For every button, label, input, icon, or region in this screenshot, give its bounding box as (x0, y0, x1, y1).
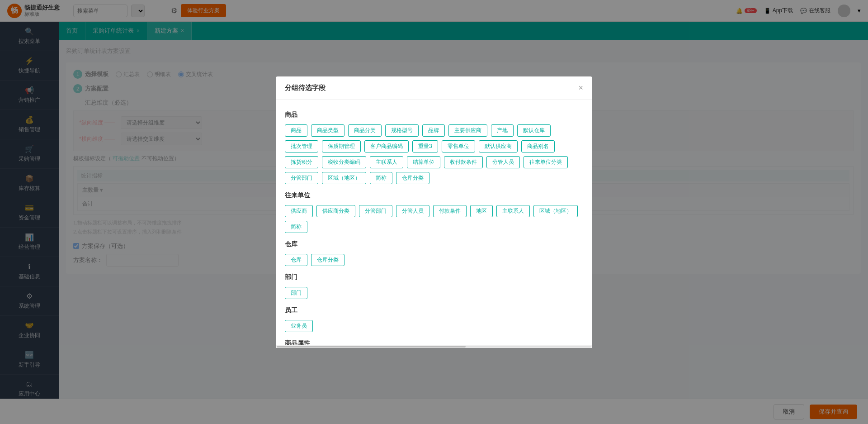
field-chip[interactable]: 仓库分类 (311, 254, 344, 266)
field-chip[interactable]: 商品 (285, 124, 307, 137)
field-chip[interactable]: 分管部门 (285, 172, 318, 184)
field-chip[interactable]: 付款条件 (433, 205, 467, 217)
field-chip[interactable]: 分管部门 (359, 205, 392, 217)
field-grid-product: 商品 商品类型 商品分类 规格型号 品牌 主要供应商 产地 默认仓库 批次管理 … (285, 124, 583, 184)
section-title-counterpart: 往来单位 (285, 191, 583, 200)
field-chip[interactable]: 零售单位 (442, 140, 475, 152)
section-title-warehouse: 仓库 (285, 240, 583, 248)
field-select-modal: 分组待选字段 × 商品 商品 商品类型 商品分类 规格型号 品牌 主要供应商 产… (276, 76, 592, 348)
modal-title: 分组待选字段 (285, 84, 326, 92)
field-grid-staff: 业务员 (285, 320, 583, 332)
field-grid-dept: 部门 (285, 287, 583, 299)
field-chip[interactable]: 分管人员 (486, 156, 520, 168)
modal-body[interactable]: 商品 商品 商品类型 商品分类 规格型号 品牌 主要供应商 产地 默认仓库 批次… (276, 100, 592, 345)
modal-overlay: 分组待选字段 × 商品 商品 商品类型 商品分类 规格型号 品牌 主要供应商 产… (0, 0, 868, 424)
field-chip[interactable]: 供应商分类 (316, 205, 355, 217)
field-chip[interactable]: 地区 (470, 205, 493, 217)
field-chip[interactable]: 商品类型 (311, 124, 344, 137)
field-chip[interactable]: 品牌 (422, 124, 445, 137)
field-grid-warehouse: 仓库 仓库分类 (285, 254, 583, 266)
field-chip[interactable]: 税收分类编码 (322, 156, 366, 168)
field-chip[interactable]: 主要供应商 (448, 124, 487, 137)
field-chip[interactable]: 简称 (285, 221, 307, 233)
field-chip[interactable]: 主联系人 (370, 156, 403, 168)
field-chip[interactable]: 结算单位 (407, 156, 440, 168)
field-chip[interactable]: 商品别名 (521, 140, 555, 152)
field-chip[interactable]: 仓库分类 (396, 172, 429, 184)
field-chip[interactable]: 商品分类 (348, 124, 382, 137)
field-chip[interactable]: 主联系人 (496, 205, 530, 217)
section-title-dept: 部门 (285, 273, 583, 281)
field-chip[interactable]: 产地 (491, 124, 514, 137)
field-grid-counterpart: 供应商 供应商分类 分管部门 分管人员 付款条件 地区 主联系人 区域（地区） … (285, 205, 583, 233)
field-chip[interactable]: 拣货积分 (285, 156, 318, 168)
field-chip[interactable]: 供应商 (285, 205, 313, 217)
field-chip[interactable]: 保质期管理 (322, 140, 361, 152)
field-chip[interactable]: 默认供应商 (479, 140, 518, 152)
field-chip[interactable]: 往来单位分类 (524, 156, 568, 168)
field-chip[interactable]: 默认仓库 (517, 124, 551, 137)
field-chip[interactable]: 批次管理 (285, 140, 318, 152)
field-chip[interactable]: 简称 (370, 172, 392, 184)
modal-scroll-bottom[interactable] (276, 345, 592, 348)
field-chip[interactable]: 业务员 (285, 320, 313, 332)
section-title-product: 商品 (285, 111, 583, 119)
field-chip[interactable]: 客户商品编码 (364, 140, 409, 152)
field-chip[interactable]: 分管人员 (396, 205, 429, 217)
field-chip[interactable]: 区域（地区） (533, 205, 578, 217)
modal-header: 分组待选字段 × (276, 76, 592, 100)
field-chip[interactable]: 重量3 (412, 140, 438, 152)
field-chip[interactable]: 部门 (285, 287, 307, 299)
field-chip[interactable]: 收付款条件 (444, 156, 483, 168)
section-title-product-attr: 商品属性 (285, 339, 583, 345)
field-chip[interactable]: 仓库 (285, 254, 307, 266)
field-chip[interactable]: 规格型号 (385, 124, 419, 137)
modal-close-btn[interactable]: × (578, 84, 583, 92)
section-title-staff: 员工 (285, 306, 583, 314)
field-chip[interactable]: 区域（地区） (322, 172, 366, 184)
